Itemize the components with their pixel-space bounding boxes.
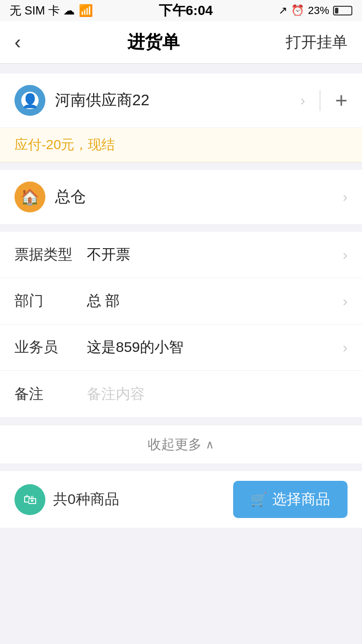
status-left: 无 SIM 卡 ☁ 📶: [10, 3, 93, 18]
select-product-icon: 🛒: [251, 491, 267, 507]
form-row-salesperson[interactable]: 业务员 这是859的小智 ›: [0, 324, 362, 371]
back-button[interactable]: ‹: [14, 31, 21, 53]
section-gap: [0, 64, 362, 73]
warehouse-icon-wrap: 🏠: [14, 182, 45, 212]
collapse-row[interactable]: 收起更多 ∧: [0, 425, 362, 463]
form-row-invoice[interactable]: 票据类型 不开票 ›: [0, 232, 362, 278]
form-row-remark[interactable]: 备注 备注内容: [0, 371, 362, 417]
form-value-invoice: 不开票: [87, 245, 343, 265]
form-label-salesperson: 业务员: [14, 337, 82, 357]
warehouse-section: 🏠 总仓 ›: [0, 170, 362, 224]
supplier-divider: [320, 90, 320, 111]
form-arrow-salesperson: ›: [343, 339, 348, 356]
status-time: 下午6:04: [159, 1, 213, 20]
product-bag-icon: 🛍: [23, 491, 37, 507]
form-section: 票据类型 不开票 › 部门 总 部 › 业务员 这是859的小智 › 备注 备注…: [0, 232, 362, 417]
select-product-button[interactable]: 🛒 选择商品: [233, 481, 348, 518]
wifi-icon: 📶: [79, 4, 93, 17]
form-row-department[interactable]: 部门 总 部 ›: [0, 278, 362, 324]
form-arrow-department: ›: [343, 293, 348, 309]
supplier-avatar: 👤: [14, 85, 45, 116]
supplier-name: 河南供应商22: [55, 90, 300, 111]
warehouse-row[interactable]: 🏠 总仓 ›: [0, 170, 362, 224]
supplier-section: 👤 河南供应商22 › + 应付-20元，现结: [0, 73, 362, 162]
page-bottom: [0, 528, 362, 644]
select-product-label: 选择商品: [272, 490, 330, 509]
status-right: ↗ ⏰ 23%: [278, 4, 352, 17]
form-placeholder-remark: 备注内容: [87, 384, 348, 404]
product-count: 共0种商品: [53, 490, 119, 509]
form-label-remark: 备注: [14, 384, 82, 404]
product-icon-wrap: 🛍: [14, 484, 45, 515]
warehouse-arrow-icon: ›: [343, 189, 348, 205]
form-label-invoice: 票据类型: [14, 245, 82, 265]
form-value-salesperson: 这是859的小智: [87, 337, 343, 357]
form-arrow-invoice: ›: [343, 247, 348, 263]
warehouse-name: 总仓: [55, 186, 343, 208]
collapse-arrow-icon: ∧: [206, 438, 214, 451]
nav-bar: ‹ 进货单 打开挂单: [0, 21, 362, 64]
sim-status: 无 SIM 卡 ☁: [10, 3, 75, 18]
product-left: 🛍 共0种商品: [14, 484, 119, 515]
info-banner: 应付-20元，现结: [0, 128, 362, 162]
page-title: 进货单: [127, 30, 180, 54]
warehouse-icon: 🏠: [20, 188, 40, 206]
supplier-add-button[interactable]: +: [335, 88, 348, 112]
product-bar: 🛍 共0种商品 🛒 选择商品: [0, 471, 362, 528]
battery-percent: 23%: [308, 4, 329, 17]
location-icon: ↗: [278, 4, 287, 17]
supplier-arrow-icon: ›: [300, 92, 305, 109]
battery-icon: [333, 6, 352, 15]
avatar-person-icon: 👤: [22, 93, 39, 109]
collapse-label: 收起更多: [148, 435, 202, 454]
form-value-department: 总 部: [87, 291, 343, 311]
supplier-row[interactable]: 👤 河南供应商22 › +: [0, 73, 362, 128]
status-bar: 无 SIM 卡 ☁ 📶 下午6:04 ↗ ⏰ 23%: [0, 0, 362, 21]
open-pending-button[interactable]: 打开挂单: [286, 32, 348, 53]
alarm-icon: ⏰: [291, 4, 304, 17]
form-label-department: 部门: [14, 291, 82, 311]
